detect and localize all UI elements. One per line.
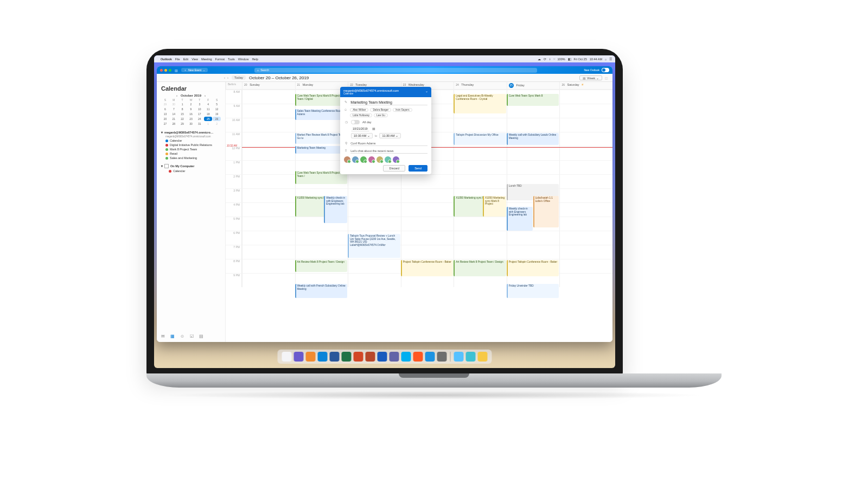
mini-cal-day[interactable]: 11 xyxy=(204,107,212,111)
mini-cal-day[interactable]: 14 xyxy=(170,112,178,116)
avatar[interactable] xyxy=(385,156,391,163)
mini-cal-day[interactable]: 29 xyxy=(161,102,169,106)
mini-cal-day[interactable]: 28 xyxy=(170,122,178,126)
calendar-event[interactable]: Art Review Mark 8 Project Team / Design xyxy=(454,260,506,276)
calendar-event[interactable]: Legal and Executives Bi-Weekly Conferenc… xyxy=(454,94,506,113)
sidebar-toggle-icon[interactable]: ▥ xyxy=(175,68,178,72)
calendar-row[interactable]: Calendar xyxy=(161,169,221,173)
dock-app[interactable] xyxy=(413,352,423,362)
dock-app[interactable] xyxy=(354,352,363,362)
next-week-button[interactable]: › xyxy=(227,76,228,79)
mini-cal-day[interactable]: 8 xyxy=(178,107,187,111)
battery-icon[interactable]: ▮▯ xyxy=(568,58,571,61)
avatar[interactable] xyxy=(352,156,359,163)
dock-app[interactable] xyxy=(478,352,488,362)
calendar-row[interactable]: Mark 8 Project Team xyxy=(161,147,221,151)
view-week-button[interactable]: ▦ Week ⌄ xyxy=(579,75,602,80)
avatar[interactable] xyxy=(376,156,383,163)
prev-month-button[interactable]: ‹ xyxy=(176,94,177,97)
end-time-input[interactable]: 11:30 AM ⌄ xyxy=(379,133,401,138)
day-header[interactable]: 26 Saturday ☀ xyxy=(559,82,612,89)
mini-cal-day[interactable]: 21 xyxy=(170,117,178,121)
description-input[interactable]: Let's chat about the recent news xyxy=(350,149,427,154)
people-icon[interactable]: ☺ xyxy=(180,334,184,339)
mini-cal-day[interactable]: 9 xyxy=(187,107,195,111)
calendar-event[interactable]: Tailspin Project Discussion My Office xyxy=(454,133,506,145)
event-title-input[interactable]: Marketing Team Meeting xyxy=(350,100,427,105)
calendar-picker-icon[interactable]: ▦ xyxy=(372,127,375,130)
chevron-down-icon[interactable]: ⌄ xyxy=(425,90,428,93)
mini-cal-day[interactable]: 4 xyxy=(204,102,212,106)
menubar-time[interactable]: 10:44 AM xyxy=(590,58,602,61)
calendar-event[interactable]: Core Web Team Sync Mark 8 Project Team /… xyxy=(295,94,348,106)
calendar-event[interactable]: Weekly call with French Subsidiary Onlin… xyxy=(295,284,348,298)
wifi-icon[interactable]: ⌔ xyxy=(553,58,555,61)
dock-app[interactable] xyxy=(294,352,304,362)
menubar-item[interactable]: Edit xyxy=(183,58,188,61)
calendar-event[interactable]: Project Tailspin Conference Room - Baker xyxy=(507,260,559,276)
day-header[interactable]: 25 Friday xyxy=(507,82,560,89)
calendar-event[interactable]: Core Web Team Sync Mark 8 Project Team / xyxy=(295,171,348,184)
split-view-button[interactable]: ◫ xyxy=(605,76,608,80)
mac-dock[interactable] xyxy=(278,350,492,364)
location-input[interactable]: Conf Room Adams xyxy=(350,141,427,146)
today-button[interactable]: Today xyxy=(232,75,246,80)
avatar[interactable] xyxy=(393,156,399,163)
local-account-header[interactable]: ▾ On My Computer xyxy=(161,163,221,169)
search-input[interactable]: ⌕ Search xyxy=(254,68,537,73)
discard-button[interactable]: Discard xyxy=(383,165,405,172)
mini-cal-day[interactable]: 20 xyxy=(161,117,169,121)
calendar-row[interactable]: Sales and Marketing xyxy=(161,156,221,160)
mini-cal-day[interactable]: 16 xyxy=(187,112,195,116)
allday-toggle[interactable] xyxy=(351,120,360,124)
menubar-app[interactable]: Outlook xyxy=(161,58,172,61)
avatar[interactable] xyxy=(360,156,367,163)
calendar-row[interactable]: Digital Initiative Public Relations xyxy=(161,143,221,147)
dock-app[interactable] xyxy=(306,352,316,362)
dock-app[interactable] xyxy=(425,352,435,362)
calendar-event[interactable]: Friday Unwinder TBD xyxy=(507,284,559,298)
dock-app[interactable] xyxy=(390,352,399,362)
mini-cal-day[interactable]: 3 xyxy=(195,102,203,106)
window-controls[interactable] xyxy=(160,69,171,72)
mini-cal-day[interactable]: 10 xyxy=(195,107,203,111)
dock-app[interactable] xyxy=(366,352,375,362)
mini-cal-day[interactable]: 2 xyxy=(213,122,221,126)
tasks-icon[interactable]: ☑ xyxy=(190,334,194,339)
attendee-chip[interactable]: Debra Berger xyxy=(370,108,391,112)
day-header[interactable]: 20 Sunday xyxy=(242,82,295,89)
sync-icon[interactable]: ⟳ xyxy=(544,58,546,61)
mini-cal-day[interactable]: 27 xyxy=(161,122,169,126)
mini-cal-day[interactable]: 31 xyxy=(195,122,203,126)
calendar-event[interactable]: Marketing Team Meeting xyxy=(295,146,348,154)
dock-app[interactable] xyxy=(282,352,292,362)
mini-cal-day[interactable]: 1 xyxy=(204,122,212,126)
menubar-item[interactable]: Window xyxy=(238,58,249,61)
mini-cal-day[interactable]: 17 xyxy=(195,112,203,116)
start-time-input[interactable]: 10:30 AM ⌄ xyxy=(351,133,373,138)
menubar-item[interactable]: File xyxy=(175,58,180,61)
attendee-chip[interactable]: Alex Wilber xyxy=(350,108,368,112)
calendar-event[interactable]: Market Plan Review Mark 8 Project Team /… xyxy=(295,133,348,144)
menubar-date[interactable]: Fri Oct 25 xyxy=(574,58,587,61)
calendar-row[interactable]: Calendar xyxy=(161,138,221,143)
notes-icon[interactable]: ▤ xyxy=(199,334,203,339)
calendar-event[interactable]: Weekly check-in with Engineers Engineeri… xyxy=(507,207,533,231)
mini-cal-day[interactable]: 19 xyxy=(213,112,221,116)
cloud-icon[interactable]: ☁ xyxy=(538,58,541,61)
menubar-item[interactable]: Tools xyxy=(228,58,235,61)
send-button[interactable]: Send xyxy=(409,165,427,172)
calendar-event[interactable]: Tailspin Toys Proposal Review + Lunch Un… xyxy=(348,234,400,258)
account-header[interactable]: ▾ meganb@M365x674574.onmicrosoft.com xyxy=(161,130,221,135)
menubar-item[interactable]: Format xyxy=(215,58,225,61)
dock-app[interactable] xyxy=(318,352,328,362)
menubar-item[interactable]: View xyxy=(192,58,198,61)
dock-app[interactable] xyxy=(401,352,411,362)
prev-week-button[interactable]: ‹ xyxy=(224,76,225,79)
mini-cal-day[interactable]: 23 xyxy=(187,117,195,121)
mini-cal-day[interactable]: 24 xyxy=(195,117,203,121)
calendar-event[interactable]: Sales Team Meeting Conference Room - Ada… xyxy=(295,109,348,120)
calendar-event[interactable]: X1050 Marketing sync Mark 8 Project xyxy=(483,196,506,217)
avatar[interactable] xyxy=(344,156,350,163)
mail-icon[interactable]: ✉ xyxy=(161,334,165,339)
